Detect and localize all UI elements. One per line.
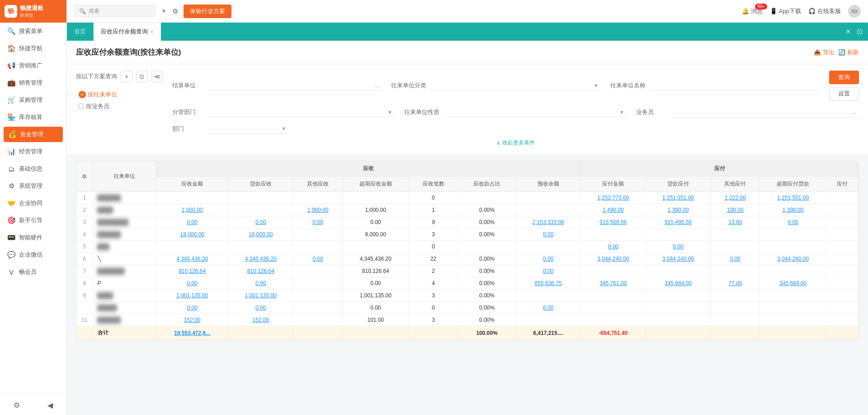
department-dropdown[interactable]: ▼ (208, 124, 289, 134)
recv-amt[interactable]: 1,001,135.00 (156, 290, 228, 302)
recv-loan[interactable]: 0.00 (228, 277, 293, 290)
recv-amt[interactable]: 0.00 (156, 277, 228, 290)
topbar-gear-icon[interactable]: ⚙ (172, 7, 178, 15)
sidebar-item-base[interactable]: 🗂 基础信息 (0, 160, 66, 177)
sidebar-item-hardware[interactable]: 📟 智能硬件 (0, 229, 66, 246)
sidebar-settings-btn[interactable]: ⚙ (14, 401, 20, 410)
sidebar-item-nav[interactable]: 🏠 快捷导航 (0, 40, 66, 57)
sidebar-item-guide[interactable]: 🎯 新手引导 (0, 212, 66, 229)
prepaid[interactable]: 0.00 (516, 253, 581, 265)
sidebar-item-finance[interactable]: 💰 资金管理 (4, 127, 63, 142)
pay-loan[interactable]: 0.00 (646, 241, 711, 253)
partner-category-dropdown[interactable]: ▼ (430, 81, 601, 91)
pay-amt[interactable]: 345,761.00 (581, 277, 646, 290)
recv-other[interactable]: 0.00 (293, 216, 343, 229)
recv-amt[interactable]: 152.00 (156, 314, 228, 326)
pay-other[interactable]: 1,222.00 (711, 192, 760, 204)
sidebar-item-collab[interactable]: 🤝 企业协同 (0, 195, 66, 212)
recv-loan[interactable]: 810,126.64 (228, 265, 293, 277)
pay-overdue[interactable]: 3,044,240.00 (760, 253, 826, 265)
tab-close-window-btn[interactable]: ✕ (844, 26, 853, 38)
prepaid[interactable]: 0.00 (516, 229, 581, 241)
partner-nature-dropdown[interactable]: ▼ (443, 108, 627, 117)
topbar-search[interactable]: 🔍 搜索 (74, 5, 156, 17)
recv-loan[interactable]: 152.00 (228, 314, 293, 326)
collapse-btn[interactable]: ∧ 收起更多条件 (492, 137, 539, 148)
sidebar-collapse-btn[interactable]: ◀ (47, 401, 53, 410)
sidebar-item-member[interactable]: V 畅会员 (0, 263, 66, 281)
recv-amt[interactable]: 0.00 (156, 302, 228, 314)
scheme-settings-btn[interactable]: ⊙ (136, 71, 148, 82)
refresh-btn[interactable]: 🔄 刷新 (838, 48, 859, 57)
table-settings-header[interactable]: ⚙ (76, 161, 93, 192)
pay-loan[interactable]: 345,684.00 (646, 277, 711, 290)
industry-btn[interactable]: 体验行业方案 (184, 5, 231, 18)
notification-btn[interactable]: 🔔 消息 99+ (742, 7, 763, 15)
recv-loan[interactable]: 4,345,436.20 (228, 253, 293, 265)
sidebar-item-purchase[interactable]: 🛒 采购管理 (0, 91, 66, 109)
pay-other[interactable]: 13.00 (711, 216, 760, 229)
user-avatar[interactable]: Rit (848, 5, 861, 18)
pay-other[interactable]: 77.00 (711, 277, 760, 290)
prepaid[interactable]: 0.00 (516, 302, 581, 314)
scheme-collapse-btn[interactable]: ≪ (151, 71, 163, 82)
settings-btn[interactable]: 设置 (829, 87, 859, 100)
sidebar-item-wechat[interactable]: 💬 企业微信 (0, 246, 66, 263)
query-btn[interactable]: 查询 (829, 71, 859, 84)
pay-loan[interactable]: 3,044,240.00 (646, 253, 711, 265)
pay-other[interactable]: 0.00 (711, 253, 760, 265)
recv-amt[interactable]: 0.00 (156, 216, 228, 229)
total-recv-amt[interactable]: 19,553,472,6... (156, 326, 228, 340)
prepaid[interactable]: 655,636.75 (516, 277, 581, 290)
pay-loan[interactable]: 1,251,551.00 (646, 192, 711, 204)
app-download-btn[interactable]: 📱 App下载 (770, 7, 801, 15)
settlement-dots-icon[interactable]: ... (374, 82, 379, 89)
recv-loan[interactable]: 1,001,135.00 (228, 290, 293, 302)
recv-amt[interactable]: 810,126.64 (156, 265, 228, 277)
sidebar-item-sales[interactable]: 💼 销售管理 (0, 74, 66, 91)
method-by-unit[interactable]: ⊙ 按往来单位 (76, 89, 163, 100)
pay-overdue[interactable]: 1,251,551.00 (760, 192, 826, 204)
pay-amt[interactable]: 1,252,773.00 (581, 192, 646, 204)
sidebar-item-system[interactable]: ⚙ 系统管理 (0, 177, 66, 195)
sidebar-item-marketing[interactable]: 📢 营销推广 (0, 57, 66, 74)
pay-amt[interactable]: 915,508.56 (581, 216, 646, 229)
topbar-chevron-icon[interactable]: ▼ (161, 8, 167, 14)
dept-manager-dropdown[interactable]: ▼ (208, 108, 395, 117)
pay-overdue (760, 290, 826, 302)
partner-name-input[interactable] (649, 80, 820, 91)
recv-loan[interactable]: 0.00 (228, 216, 293, 229)
prepaid[interactable]: 2,153,333.00 (516, 216, 581, 229)
recv-amt[interactable]: 4,345,436.20 (156, 253, 228, 265)
tab-close-icon[interactable]: × (151, 29, 153, 34)
settlement-unit-input[interactable]: ... (208, 80, 382, 91)
method-by-staff[interactable]: 按业务员 (76, 100, 163, 112)
pay-overdue[interactable]: 345,684.00 (760, 277, 826, 290)
tab-home[interactable]: 首页 (67, 23, 94, 41)
salesperson-dots-icon[interactable]: ... (851, 109, 856, 115)
pay-amt[interactable]: 0.00 (581, 241, 646, 253)
pay-other[interactable]: 100.00 (711, 204, 760, 216)
recv-loan[interactable]: 18,000.00 (228, 229, 293, 241)
recv-other[interactable]: 1,000.00 (293, 204, 343, 216)
sidebar-item-operations[interactable]: 📊 经营管理 (0, 143, 66, 160)
online-service-btn[interactable]: 🎧 在线客服 (808, 7, 841, 15)
recv-amt[interactable]: 1,000.00 (156, 204, 228, 216)
export-btn[interactable]: 📤 导出 (814, 48, 835, 57)
recv-loan[interactable]: 0.00 (228, 302, 293, 314)
recv-other[interactable]: 0.00 (293, 253, 343, 265)
tab-receivable-query[interactable]: 应收应付余额查询 × (94, 23, 161, 41)
add-scheme-btn[interactable]: + (121, 71, 132, 82)
pay-overdue[interactable]: 1,390.00 (760, 204, 826, 216)
pay-amt[interactable]: 1,490.00 (581, 204, 646, 216)
salesperson-input[interactable]: ... (671, 107, 859, 118)
pay-overdue[interactable]: 0.00 (760, 216, 826, 229)
sidebar-item-search[interactable]: 🔍 搜索菜单 (0, 23, 66, 40)
pay-loan[interactable]: 915,495.56 (646, 216, 711, 229)
prepaid[interactable]: 0.00 (516, 265, 581, 277)
tab-maximize-btn[interactable]: ⊡ (855, 26, 864, 38)
sidebar-item-inventory[interactable]: 🏪 库存核算 (0, 109, 66, 126)
recv-amt[interactable]: 18,000.00 (156, 229, 228, 241)
pay-loan[interactable]: 1,390.00 (646, 204, 711, 216)
pay-amt[interactable]: 3,044,240.00 (581, 253, 646, 265)
